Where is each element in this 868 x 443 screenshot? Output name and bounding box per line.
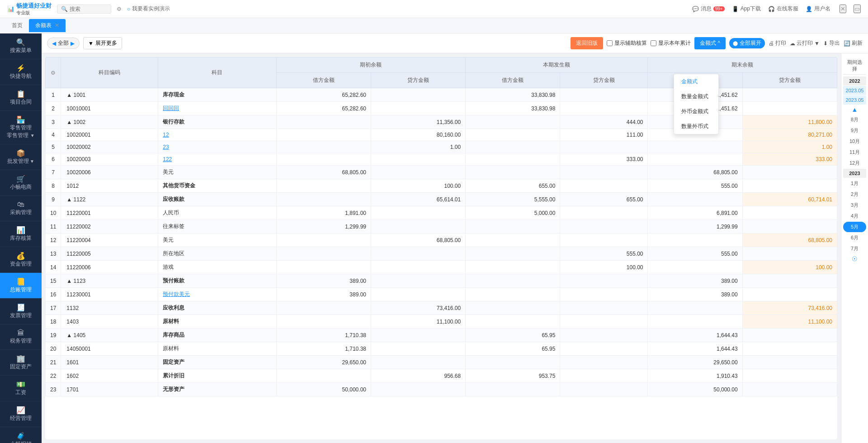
- filter-next-icon[interactable]: ▶: [71, 40, 75, 47]
- period-nov[interactable]: 11月: [843, 147, 866, 157]
- cell-o-credit: [371, 166, 465, 179]
- sidebar-item-retail[interactable]: 🏪 零售管理 零售管理 ▼: [0, 111, 42, 144]
- period-apr[interactable]: 4月: [843, 211, 866, 221]
- settings-icon[interactable]: ⚙: [117, 6, 122, 12]
- message-btn[interactable]: 💬 消息 99+: [692, 5, 725, 13]
- dropdown-item-qty-foreign[interactable]: 数量外币式: [674, 119, 718, 134]
- cell-c-debit: 655.00: [466, 179, 560, 193]
- cell-c-credit: [560, 315, 648, 329]
- cell-c-credit: [560, 383, 648, 396]
- sidebar-item-management[interactable]: 📈 经营管理: [0, 401, 42, 427]
- dropdown-item-foreign-amount[interactable]: 外币金额式: [674, 104, 718, 119]
- cell-code: ▲ 1405: [61, 329, 158, 342]
- cell-e-credit: 60,714.01: [742, 193, 837, 206]
- th-o-debit: 借方金额: [276, 73, 371, 88]
- sidebar-item-salary[interactable]: 💵 工资: [0, 376, 42, 401]
- period-sep[interactable]: 9月: [843, 125, 866, 136]
- period-jun[interactable]: 6月: [843, 233, 866, 243]
- period-jan[interactable]: 1月: [843, 178, 866, 189]
- header-search[interactable]: 🔍: [57, 5, 111, 14]
- period-feb[interactable]: 2月: [843, 189, 866, 200]
- sidebar-item-assets[interactable]: 🏢 固定资产: [0, 350, 42, 376]
- sidebar: 🔍 搜索菜单 ⚡ 快捷导航 📋 项目合同 🏪 零售管理 零售管理 ▼ 📦 批发管…: [0, 33, 42, 443]
- period-oct[interactable]: 10月: [843, 136, 866, 147]
- tab-close-btn[interactable]: ✕: [55, 22, 59, 29]
- user-avatar[interactable]: 👤 用户名: [806, 5, 830, 13]
- auxiliary-checkbox-input[interactable]: [607, 40, 613, 46]
- cell-e-credit: [742, 383, 837, 396]
- dropdown-item-qty-amount[interactable]: 数量金额式: [674, 89, 718, 104]
- show-auxiliary-checkbox[interactable]: 显示辅助核算: [607, 39, 647, 47]
- cell-subject[interactable]: 回回回: [158, 102, 277, 115]
- online-service-btn[interactable]: 🎧 在线客服: [768, 5, 798, 13]
- sidebar-item-invoice[interactable]: 🧾 发票管理: [0, 299, 42, 324]
- dropdown-item-amount[interactable]: 金额式: [674, 74, 718, 89]
- cell-no: 13: [46, 247, 61, 261]
- sidebar-item-funds[interactable]: 💰 资金管理: [0, 247, 42, 273]
- search-input[interactable]: [70, 6, 106, 12]
- cell-o-debit: [276, 369, 371, 383]
- nav-up-icon[interactable]: ▲: [851, 105, 859, 114]
- cloud-print-btn[interactable]: ☁ 云打印 ▼: [790, 39, 820, 47]
- th-settings[interactable]: ⚙: [46, 57, 61, 88]
- sidebar-item-ecommerce[interactable]: 🛒 小畅电商: [0, 170, 42, 196]
- period-aug[interactable]: 8月: [843, 114, 866, 125]
- sidebar-item-nav[interactable]: ⚡ 快捷导航: [0, 59, 42, 85]
- cell-no: 7: [46, 166, 61, 179]
- annual-checkbox-input[interactable]: [651, 40, 656, 46]
- search-filter[interactable]: ◀ 全部 ▶: [47, 38, 80, 49]
- sidebar-item-search[interactable]: 🔍 搜索菜单: [0, 33, 42, 59]
- cell-o-credit: [371, 274, 465, 288]
- period-mar[interactable]: 3月: [843, 200, 866, 210]
- period-title: 期间选择: [843, 57, 866, 75]
- expand-more-btn[interactable]: ▼ 展开更多: [83, 37, 122, 49]
- app-download-btn[interactable]: 📱 App下载: [732, 5, 761, 13]
- cell-o-debit: 29,650.00: [276, 356, 371, 369]
- demo-link[interactable]: ○ 我要看实例演示: [127, 5, 170, 13]
- cell-o-debit: [276, 247, 371, 261]
- sidebar-item-purchase[interactable]: 🛍 采购管理: [0, 196, 42, 221]
- app-name: 畅捷通好业财: [16, 2, 52, 10]
- tab-balance[interactable]: 余额表 ✕: [29, 19, 66, 32]
- window-maximize-btn[interactable]: ▭: [854, 5, 861, 13]
- cell-c-credit: [560, 141, 648, 153]
- management-icon: 📈: [4, 406, 38, 414]
- cell-e-debit: [648, 315, 742, 329]
- cell-subject[interactable]: 预付款美元: [158, 288, 277, 301]
- cell-c-debit: 5,555.00: [466, 193, 560, 206]
- nav-down-icon[interactable]: ☉: [851, 254, 859, 263]
- back-old-version-btn[interactable]: 退回旧版: [571, 37, 603, 49]
- header-actions: 💬 消息 99+ 📱 App下载 🎧 在线客服 👤 用户名 ✕ ▭: [692, 5, 861, 13]
- cell-c-credit: [560, 274, 648, 288]
- period-may[interactable]: 5月: [843, 222, 866, 232]
- export-icon: ⬇: [823, 40, 828, 47]
- cell-subject: 库存商品: [158, 329, 277, 342]
- cell-code: 11220001: [61, 206, 158, 220]
- window-close-btn[interactable]: ✕: [840, 5, 846, 13]
- cell-e-debit: [648, 141, 742, 153]
- expand-all-toggle[interactable]: ⬤ 全部展开: [729, 38, 765, 48]
- mode-btn[interactable]: 金额式 ^: [694, 37, 726, 49]
- sidebar-item-contract[interactable]: 📋 项目合同: [0, 85, 42, 111]
- tab-home[interactable]: 首页: [5, 19, 29, 32]
- cell-e-credit: [742, 369, 837, 383]
- cell-o-debit: [276, 141, 371, 153]
- th-e-credit: 贷方金额: [742, 73, 837, 88]
- refresh-btn[interactable]: 🔄 刷新: [844, 39, 863, 47]
- cell-subject[interactable]: 12: [158, 129, 277, 141]
- th-closing: 期末余额: [648, 57, 837, 73]
- sidebar-item-expense[interactable]: 🧳 小畅报销: [0, 427, 42, 443]
- cell-code: 1601: [61, 356, 158, 369]
- table-settings-icon[interactable]: ⚙: [51, 70, 56, 76]
- print-btn[interactable]: 🖨 打印: [769, 39, 786, 47]
- sidebar-item-ledger[interactable]: 📒 总账管理: [0, 273, 42, 299]
- show-annual-checkbox[interactable]: 显示本年累计: [651, 39, 691, 47]
- cell-subject[interactable]: 122: [158, 153, 277, 166]
- period-dec[interactable]: 12月: [843, 158, 866, 168]
- sidebar-item-inventory[interactable]: 📊 库存核算: [0, 221, 42, 247]
- sidebar-item-wholesale[interactable]: 📦 批发管理 ▼: [0, 144, 42, 170]
- period-jul[interactable]: 7月: [843, 243, 866, 254]
- export-btn[interactable]: ⬇ 导出: [823, 39, 840, 47]
- cell-subject[interactable]: 23: [158, 141, 277, 153]
- sidebar-item-tax[interactable]: 🏛 税务管理: [0, 324, 42, 350]
